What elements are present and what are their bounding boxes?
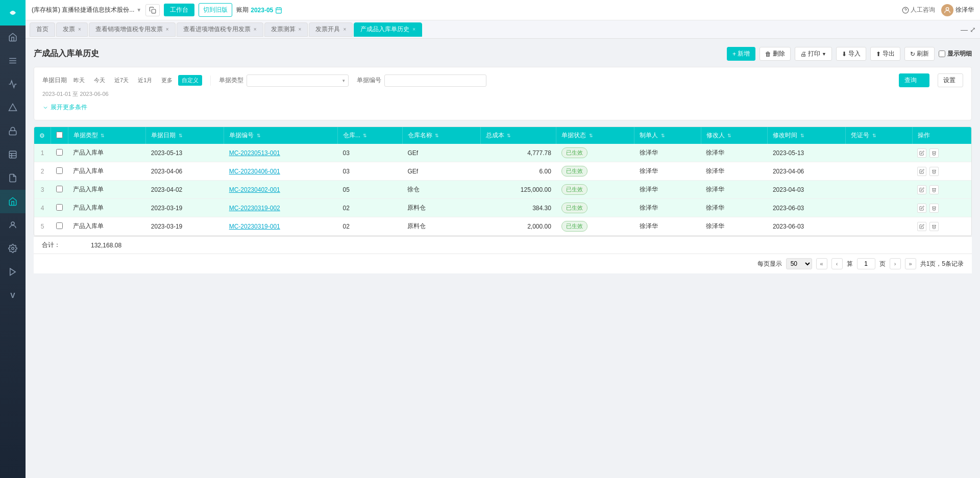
export-button[interactable]: ⬆ 导出 xyxy=(870,47,900,61)
row-number-3[interactable]: MC-20230319-002 xyxy=(224,199,338,217)
row-number-0[interactable]: MC-20230513-001 xyxy=(224,144,338,162)
row-checkbox-0[interactable] xyxy=(56,149,63,156)
tab-minimize-button[interactable]: — xyxy=(961,26,968,34)
set-button[interactable]: 设置 xyxy=(938,73,963,87)
help-button[interactable]: 人工咨询 xyxy=(902,6,935,14)
query-button[interactable]: 查询 xyxy=(899,73,929,87)
row-checkbox-3[interactable] xyxy=(56,204,63,211)
per-page-select[interactable]: 50 100 200 xyxy=(786,258,812,269)
expand-more-button[interactable]: 展开更多条件 xyxy=(42,101,963,114)
date-shortcut-today[interactable]: 今天 xyxy=(90,75,109,86)
row-number-1[interactable]: MC-20230406-001 xyxy=(224,162,338,181)
row-delete-icon-0[interactable] xyxy=(929,148,939,158)
tab-invoice-close[interactable]: × xyxy=(78,27,81,32)
delete-button[interactable]: 🗑 删除 xyxy=(760,47,791,61)
type-select-wrapper xyxy=(247,74,349,87)
tab-product-inbound-close[interactable]: × xyxy=(412,27,415,32)
user-name: 徐泽华 xyxy=(955,6,974,14)
app-logo[interactable] xyxy=(0,0,26,26)
row-edit-icon-0[interactable] xyxy=(917,148,926,158)
date-shortcut-custom[interactable]: 自定义 xyxy=(178,75,202,86)
new-button[interactable]: + 新增 xyxy=(727,47,755,61)
row-edit-icon-4[interactable] xyxy=(917,222,926,231)
row-number-2[interactable]: MC-20230402-001 xyxy=(224,181,338,199)
tab-sales-vat-close[interactable]: × xyxy=(166,27,169,32)
sidebar-item-people[interactable] xyxy=(0,213,26,237)
delete-icon: 🗑 xyxy=(765,51,771,58)
tab-purchase-vat[interactable]: 查看进项增值税专用发票 × xyxy=(177,22,263,37)
refresh-icon: ↻ xyxy=(910,51,915,58)
import-button[interactable]: ⬇ 导入 xyxy=(836,47,866,61)
date-shortcut-7days[interactable]: 近7天 xyxy=(111,75,132,86)
row-checkbox-2[interactable] xyxy=(56,186,63,192)
row-type-1: 产品入库单 xyxy=(68,162,146,181)
sidebar-item-triangle[interactable] xyxy=(0,96,26,119)
select-all-checkbox[interactable] xyxy=(56,132,63,138)
refresh-button[interactable]: ↻ 刷新 xyxy=(904,47,935,61)
tab-product-inbound[interactable]: 产成品入库单历史 × xyxy=(354,22,422,37)
sidebar-item-v[interactable]: V xyxy=(0,284,26,307)
last-page-button[interactable]: » xyxy=(905,258,916,269)
next-page-button[interactable]: › xyxy=(890,258,901,269)
row-checkbox-cell-3 xyxy=(51,199,68,217)
tab-purchase-vat-close[interactable]: × xyxy=(254,27,257,32)
row-edit-icon-3[interactable] xyxy=(917,204,926,213)
row-delete-icon-1[interactable] xyxy=(929,167,939,176)
row-checkbox-4[interactable] xyxy=(56,222,63,229)
tab-invoice-calc-close[interactable]: × xyxy=(299,27,302,32)
workbench-button[interactable]: 工作台 xyxy=(164,4,194,16)
switch-version-button[interactable]: 切到旧版 xyxy=(199,3,232,17)
company-name[interactable]: (库存核算) 直播轻捷通信息技术股份... ▼ xyxy=(32,6,141,14)
row-voucher-4 xyxy=(846,217,913,236)
row-status-2: 已生效 xyxy=(556,181,634,199)
row-edit-icon-2[interactable] xyxy=(917,185,926,194)
row-number-4[interactable]: MC-20230319-001 xyxy=(224,217,338,236)
status-badge-4: 已生效 xyxy=(561,221,587,232)
row-setting-4: 5 xyxy=(34,217,51,236)
sidebar-item-settings[interactable] xyxy=(0,237,26,260)
sidebar-item-menu[interactable] xyxy=(0,49,26,72)
row-delete-icon-3[interactable] xyxy=(929,204,939,213)
copy-button[interactable] xyxy=(145,4,160,16)
date-shortcut-1month[interactable]: 近1月 xyxy=(134,75,156,86)
sidebar-item-lock[interactable] xyxy=(0,119,26,143)
date-shortcut-more[interactable]: 更多 xyxy=(158,75,176,86)
row-edit-icon-1[interactable] xyxy=(917,167,926,176)
table-body: 1 产品入库单 2023-05-13 MC-20230513-001 03 GE… xyxy=(34,144,971,236)
sidebar-item-analytics[interactable] xyxy=(0,72,26,96)
sidebar-item-warehouse[interactable] xyxy=(0,190,26,213)
top-bar: (库存核算) 直播轻捷通信息技术股份... ▼ 工作台 切到旧版 账期 2023… xyxy=(26,0,980,20)
type-select[interactable] xyxy=(247,74,349,87)
row-delete-icon-4[interactable] xyxy=(929,222,939,231)
row-checkbox-1[interactable] xyxy=(56,167,63,174)
show-detail-checkbox-label[interactable]: 显示明细 xyxy=(939,49,972,58)
show-detail-checkbox[interactable] xyxy=(939,51,945,57)
sidebar-item-list[interactable] xyxy=(0,143,26,166)
sidebar-item-home[interactable] xyxy=(0,26,26,49)
print-button[interactable]: 🖨 打印 ▼ xyxy=(795,47,832,61)
tab-maximize-button[interactable]: ⤢ xyxy=(970,26,976,34)
tab-invoice-issue-close[interactable]: × xyxy=(343,27,346,32)
user-info[interactable]: 徐泽华 xyxy=(941,4,974,16)
row-ops-0 xyxy=(912,144,971,162)
number-filter: 单据编号 xyxy=(357,74,486,87)
col-checkbox xyxy=(51,127,68,144)
tab-invoice[interactable]: 发票 × xyxy=(56,22,88,37)
sidebar-item-clipboard[interactable] xyxy=(0,166,26,190)
row-delete-icon-2[interactable] xyxy=(929,185,939,194)
page-input[interactable] xyxy=(857,258,875,269)
row-date-0: 2023-05-13 xyxy=(146,144,224,162)
tab-sales-vat[interactable]: 查看销项增值税专用发票 × xyxy=(89,22,176,37)
row-modifier-3: 徐泽华 xyxy=(701,199,768,217)
prev-page-button[interactable]: ‹ xyxy=(831,258,843,269)
row-creator-4: 徐泽华 xyxy=(634,217,701,236)
tab-home[interactable]: 首页 xyxy=(30,22,55,37)
number-input[interactable] xyxy=(384,74,486,87)
sidebar-item-play[interactable] xyxy=(0,260,26,284)
tab-invoice-calc[interactable]: 发票测算 × xyxy=(264,22,308,37)
tab-invoice-issue[interactable]: 发票开具 × xyxy=(309,22,353,37)
date-shortcut-yesterday[interactable]: 昨天 xyxy=(70,75,88,86)
col-voucher-header: 凭证号 ⇅ xyxy=(846,127,913,144)
first-page-button[interactable]: « xyxy=(816,258,827,269)
row-wh-code-1: 03 xyxy=(338,162,403,181)
